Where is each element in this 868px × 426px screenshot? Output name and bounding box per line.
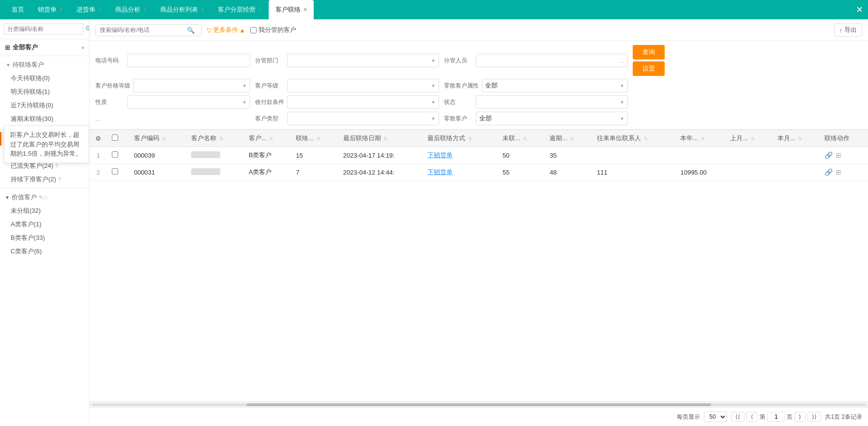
- nav-tab-purchase[interactable]: 进货单 ×: [70, 0, 108, 19]
- edit-icon[interactable]: ✎: [39, 194, 43, 201]
- overdue-col-header[interactable]: 逾期... ⇅: [545, 130, 592, 147]
- last-contact-date-col-header[interactable]: 最后联络日期 ⇅: [338, 130, 423, 147]
- row-1-name: [186, 147, 244, 164]
- pagination: ⟨⟨ ⟨ 第 页 ⟩ ⟩⟩: [731, 412, 821, 422]
- row-1-last-month: [725, 147, 773, 164]
- this-month-col-header[interactable]: 本月... ⇅: [773, 130, 820, 147]
- scrollbar-track: [91, 403, 866, 406]
- sidebar-search-input[interactable]: [4, 23, 83, 35]
- thismonth-sort-icon: ⇅: [798, 136, 802, 141]
- sidebar-item-unclassified[interactable]: 未分组(32): [0, 204, 89, 218]
- next-page-button[interactable]: ⟩: [794, 412, 806, 422]
- close-customer-contact-tab[interactable]: ×: [304, 6, 307, 13]
- my-customer-checkbox[interactable]: [250, 27, 257, 33]
- dept-select[interactable]: ▼: [287, 54, 439, 67]
- first-page-button[interactable]: ⟨⟨: [731, 412, 745, 422]
- code-col-header[interactable]: 客户编码 ⇅: [129, 130, 187, 147]
- status-select[interactable]: ▼: [476, 95, 628, 109]
- sidebar-item-overdue[interactable]: 逾期未联络(30): [0, 112, 89, 126]
- name-col-header[interactable]: 客户名称 ⇅: [186, 130, 244, 147]
- row-2-method[interactable]: 下销货单: [423, 164, 497, 181]
- name-sort-icon: ⇅: [219, 136, 223, 141]
- sidebar-item-class-a[interactable]: A类客户(1): [0, 218, 89, 231]
- sidebar-item-today[interactable]: 今天待联络(0): [0, 72, 89, 85]
- last-month-col-header[interactable]: 上月... ⇅: [725, 130, 773, 147]
- row-1-checkbox[interactable]: [107, 147, 129, 164]
- close-product-list-tab[interactable]: ×: [201, 6, 204, 13]
- sidebar-search-icon[interactable]: 🔍: [85, 26, 90, 33]
- nav-tab-customer-tier[interactable]: 客户分层经营 ×: [211, 0, 269, 19]
- customer-type-col-header[interactable]: 客户... ⇅: [244, 130, 291, 147]
- sidebar-item-class-b[interactable]: B类客户(33): [0, 231, 89, 245]
- prev-page-button[interactable]: ⟨: [746, 412, 758, 422]
- sidebar-item-class-c[interactable]: C类客户(6): [0, 245, 89, 258]
- query-button[interactable]: 查询: [633, 45, 665, 59]
- close-purchase-tab[interactable]: ×: [98, 6, 102, 13]
- row-2-check[interactable]: [112, 168, 118, 175]
- last-page-button[interactable]: ⟩⟩: [807, 412, 821, 422]
- nav-tab-customer-contact[interactable]: 客户联络 ×: [269, 0, 314, 19]
- row-2-grid-icon[interactable]: ⊞: [836, 168, 841, 176]
- horizontal-scrollbar[interactable]: [90, 401, 868, 407]
- row-2-contact-person: 111: [592, 164, 675, 181]
- contacts-col-header[interactable]: 往来单位联系人 ⇅: [592, 130, 675, 147]
- select-all-checkbox[interactable]: [112, 134, 118, 141]
- row-1-date: 2023-04-17 14:19:: [338, 147, 423, 164]
- scrollbar-thumb[interactable]: [246, 403, 711, 406]
- more-filter-button[interactable]: ▽ 更多条件 ▲: [207, 26, 245, 34]
- price-grade-select[interactable]: ▼: [133, 79, 250, 92]
- pending-contact-title[interactable]: ▼ 待联络客户: [0, 58, 89, 72]
- close-window-button[interactable]: ✕: [856, 4, 863, 15]
- row-2-link-icon[interactable]: 🔗: [824, 168, 833, 176]
- customer-type-field: 客户类型 ▼: [255, 112, 439, 125]
- export-button[interactable]: ↑ 导出: [834, 23, 863, 37]
- settings-col-header[interactable]: ⚙: [90, 130, 107, 147]
- close-product-analysis-tab[interactable]: ×: [143, 6, 147, 13]
- config-icon[interactable]: □: [44, 194, 47, 200]
- checkbox-col-header[interactable]: [107, 130, 129, 147]
- this-year-col-header[interactable]: 本年... ⇅: [675, 130, 725, 147]
- ellipsis-button[interactable]: ...: [95, 115, 101, 122]
- row-1-check[interactable]: [112, 151, 118, 158]
- row-1-grid-icon[interactable]: ⊞: [836, 151, 841, 159]
- row-2-this-year: 10995.00: [675, 164, 725, 181]
- contact-count-col-header[interactable]: 联络... ⇅: [291, 130, 338, 147]
- page-number-input[interactable]: [767, 412, 785, 422]
- nav-tab-product-list[interactable]: 商品分析列表 ×: [153, 0, 211, 19]
- last-contact-method-col-header[interactable]: 最后联络方式 ⇅: [423, 130, 497, 147]
- manager-select[interactable]: …: [476, 54, 628, 67]
- sidebar-item-7days[interactable]: 近7天待联络(0): [0, 99, 89, 112]
- sidebar-item-tomorrow[interactable]: 明天待联络(1): [0, 85, 89, 99]
- customer-grade-select[interactable]: ▼: [287, 79, 439, 92]
- close-customer-tier-tab[interactable]: ×: [259, 6, 262, 13]
- price-grade-field: 客户价格等级 ▼: [95, 79, 250, 92]
- row-1-contacts: 15: [291, 147, 338, 164]
- close-sales-tab[interactable]: ×: [60, 6, 63, 13]
- data-table-container: ⚙ 客户编码 ⇅ 客户名称 ⇅ 客户...: [90, 130, 868, 401]
- row-2-type: A类客户: [244, 164, 291, 181]
- sidebar-item-declining[interactable]: 持续下滑客户(2) ?: [0, 173, 89, 186]
- sidebar-search-area: 🔍: [0, 19, 89, 39]
- page-size-select[interactable]: 50: [704, 411, 727, 422]
- row-1-link-icon[interactable]: 🔗: [824, 151, 833, 159]
- nav-tab-sales[interactable]: 销货单 ×: [31, 0, 70, 19]
- total-records: 共1页 2条记录: [825, 413, 862, 421]
- search-icon[interactable]: 🔍: [187, 27, 195, 34]
- zero-customer-select[interactable]: 全部 ▼: [476, 112, 628, 125]
- payment-select[interactable]: ▼: [287, 95, 439, 109]
- customer-type-select[interactable]: ▼: [287, 112, 439, 125]
- zero-attr-select[interactable]: 全部 ▼: [482, 79, 628, 92]
- phone-input[interactable]: [127, 54, 250, 67]
- method-sort-icon: ⇅: [468, 136, 472, 141]
- settings-button[interactable]: 设置: [633, 61, 665, 76]
- nav-tab-product-analysis[interactable]: 商品分析 ×: [108, 0, 153, 19]
- search-input[interactable]: [100, 27, 187, 33]
- row-2-name-placeholder: [191, 168, 220, 175]
- unlinkage-col-header[interactable]: 未联... ⇅: [498, 130, 545, 147]
- row-1-method[interactable]: 下销货单: [423, 147, 497, 164]
- nav-tab-home[interactable]: 首页: [5, 0, 31, 19]
- all-customers-title[interactable]: ⊞ 全部客户 »: [0, 39, 89, 56]
- gender-select[interactable]: ▼: [127, 95, 250, 109]
- row-2-checkbox[interactable]: [107, 164, 129, 181]
- value-customer-title[interactable]: ▼ 价值客户 ✎ □: [0, 191, 89, 204]
